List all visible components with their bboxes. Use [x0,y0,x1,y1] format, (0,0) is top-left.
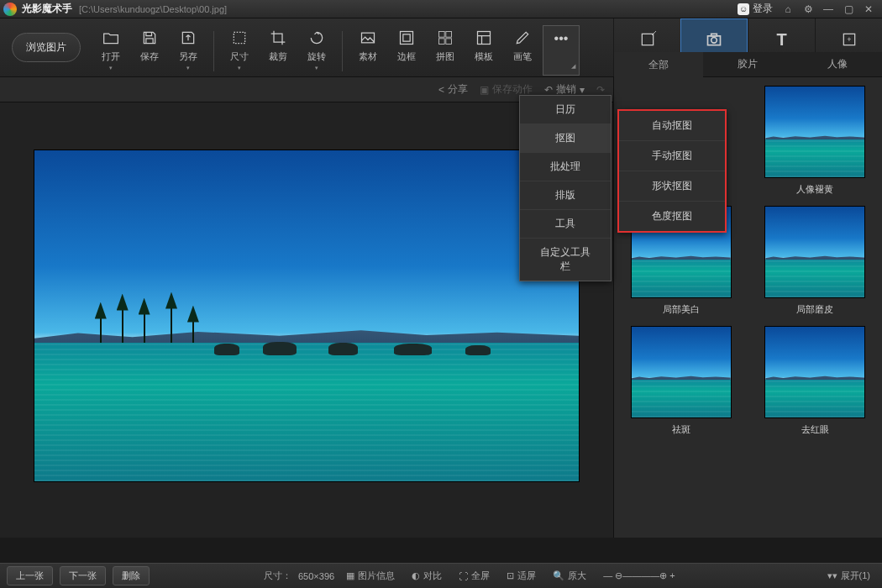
expand-button[interactable]: ▾▾ 展开(1) [822,570,875,582]
compare-button[interactable]: ◐对比 [407,570,447,582]
template-icon [475,29,493,47]
resize-icon [230,29,249,47]
menu-layout[interactable]: 排版 [520,181,611,210]
file-path: [C:\Users\kunduogz\Desktop\00.jpg] [79,4,738,14]
svg-rect-5 [446,32,452,38]
tool-material[interactable]: 素材 [349,25,386,66]
menu-calendar[interactable]: 日历 [520,96,611,124]
svg-rect-2 [401,32,413,45]
thumb-label: 局部美白 [663,303,700,316]
tool-save[interactable]: 保存 [131,25,168,66]
tool-label: 另存 [179,50,197,63]
menu-label: 批处理 [550,160,580,172]
thumb-label: 祛斑 [672,423,690,436]
thumb-item[interactable]: 局部磨皮 [757,206,874,316]
menu-tools[interactable]: 工具 [520,210,611,239]
text-icon: T [772,29,792,50]
bitem-label: 全屏 [471,570,490,582]
settings-icon[interactable]: ⚙ [798,2,818,17]
menu-label: 排版 [555,189,575,201]
rtab-film[interactable]: 胶片 [703,52,792,77]
menu-label: 形状抠图 [652,180,692,192]
tool-open[interactable]: 打开▾ [92,25,129,76]
more-icon: ••• [552,29,570,48]
next-button[interactable]: 下一张 [60,566,106,585]
fullscreen-icon: ⛶ [459,571,468,581]
btn-label: 上一张 [16,570,44,580]
thumb-item[interactable]: 祛斑 [622,326,740,436]
thumb-label: 局部磨皮 [796,303,833,316]
tool-brush[interactable]: 画笔 [504,25,541,66]
browse-button[interactable]: 浏览图片 [12,33,81,62]
tool-crop[interactable]: 裁剪 [260,25,297,66]
save-icon [140,29,159,47]
rotate-icon [307,29,326,47]
svg-rect-8 [478,32,491,45]
original-size-button[interactable]: 🔍原大 [548,570,591,582]
tool-size[interactable]: 尺寸▾ [221,25,258,76]
rtab-portrait[interactable]: 人像 [793,52,882,77]
canvas-image[interactable] [34,150,580,482]
folder-open-icon [102,29,120,47]
tool-saveas[interactable]: 另存▾ [170,25,207,76]
tool-collage[interactable]: 拼图 [427,25,464,66]
redo-button[interactable]: ↷ [596,84,605,96]
submenu-shape-cutout[interactable]: 形状抠图 [619,171,725,202]
tool-label: 边框 [397,50,416,63]
tool-more[interactable]: •••...◢ [543,25,580,76]
menu-label: 日历 [555,103,575,115]
share-button[interactable]: <分享 [438,82,468,97]
delete-button[interactable]: 删除 [113,566,150,585]
submenu-manual-cutout[interactable]: 手动抠图 [619,141,725,171]
thumb-item[interactable]: 去红眼 [757,326,874,436]
zoom-slider[interactable]: — ⊖————⊕ + [598,570,680,581]
bitem-label: 图片信息 [358,570,395,582]
bitem-label: 原大 [568,570,586,582]
zoom-icon: 🔍 [553,570,564,581]
rtab-label: 胶片 [738,57,758,71]
svg-text:+: + [847,35,851,44]
menu-customize[interactable]: 自定义工具栏 [520,239,611,281]
menu-label: 自动抠图 [652,119,692,131]
thumb-label: 人像褪黄 [796,183,833,196]
brush-icon [513,29,532,47]
menu-cutout[interactable]: 抠图 [520,124,611,153]
cutout-submenu: 自动抠图 手动抠图 形状抠图 色度抠图 [617,109,727,233]
tool-group: 打开▾ 保存 另存▾ 尺寸▾ 裁剪 旋转▾ 素材 边框 拼图 模板 画笔 •••… [92,18,580,76]
fullscreen-button[interactable]: ⛶全屏 [454,570,495,582]
tool-template[interactable]: 模板 [465,25,502,66]
image-info-button[interactable]: ▦图片信息 [341,570,400,582]
svg-rect-9 [642,34,653,45]
compare-icon: ◐ [412,570,420,581]
submenu-auto-cutout[interactable]: 自动抠图 [619,111,725,141]
svg-rect-12 [711,34,717,36]
tool-rotate[interactable]: 旋转▾ [298,25,335,76]
thumb-item[interactable]: 人像褪黄 [757,86,874,196]
rtab-label: 全部 [648,58,669,72]
rtab-all[interactable]: 全部 [614,52,703,77]
watermark-icon: + [839,29,859,50]
svg-rect-0 [234,32,244,43]
btn-label: 删除 [122,570,140,580]
home-icon[interactable]: ⌂ [778,2,798,17]
export-icon [179,29,197,47]
maximize-icon[interactable]: ▢ [838,2,858,17]
separator [213,31,214,71]
thumbnail-image [764,206,865,298]
btn-label: 下一张 [69,570,97,580]
tool-label: 素材 [359,50,377,63]
image-icon [359,29,377,47]
fit-button[interactable]: ⊡适屏 [501,570,541,582]
tool-frame[interactable]: 边框 [388,25,425,66]
menu-batch[interactable]: 批处理 [520,153,611,181]
minimize-icon[interactable]: — [818,2,838,17]
prev-button[interactable]: 上一张 [7,566,53,585]
login-button[interactable]: ☺ 登录 [738,2,773,16]
close-icon[interactable]: ✕ [858,2,879,17]
grid-icon [436,29,454,47]
rtab-label: 人像 [827,57,848,71]
tool-label: 模板 [475,50,493,63]
svg-rect-1 [362,33,375,43]
thumbnail-image [764,326,865,418]
submenu-chroma-cutout[interactable]: 色度抠图 [619,202,725,231]
